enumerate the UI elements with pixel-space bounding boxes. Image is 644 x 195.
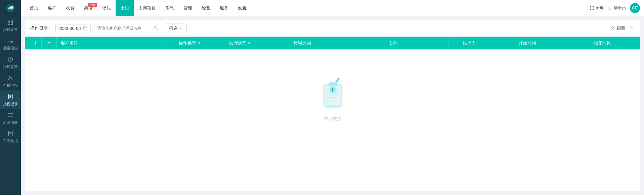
search-wrap xyxy=(94,24,161,33)
col-label: 客户名称 xyxy=(61,40,78,45)
nav-item-settings[interactable]: 设置 xyxy=(233,0,251,16)
svg-rect-2 xyxy=(11,20,13,22)
th-start-time: 开始时间 xyxy=(490,37,565,49)
nav-right: 全屏 畅会员 CE xyxy=(590,3,640,13)
col-label: 错误原因 xyxy=(294,40,311,45)
content-panel: 操作日期： 2023-06-06 筛选 xyxy=(25,20,640,191)
col-label: 税种 xyxy=(390,40,398,45)
new-badge: new xyxy=(88,3,97,8)
svg-point-5 xyxy=(11,41,13,43)
empty-state: ! 暂无数据 xyxy=(25,49,640,150)
sidebar-item-label: 批量报税 xyxy=(3,46,18,50)
data-table: 客户名称 操作类型 ▼ 执行状态 ▼ 错误原因 xyxy=(25,37,640,49)
nav-item-home[interactable]: 首页 xyxy=(25,0,43,16)
sidebar-item-label: 报税记录 xyxy=(3,102,18,106)
nav-label: 记账 xyxy=(102,5,111,11)
nav-label: 管理 xyxy=(183,5,192,11)
nav-label: 收费 xyxy=(66,5,75,11)
main-area: 首页 客户 收费 票据 new 记账 报税 工商项目 消息 xyxy=(21,0,644,195)
nav-items: 首页 客户 收费 票据 new 记账 报税 工商项目 消息 xyxy=(25,0,590,16)
sidebar-item-tax-record[interactable]: 报税记录 xyxy=(0,90,21,109)
th-executor: 执行人 xyxy=(448,37,490,49)
chevron-down-icon xyxy=(179,27,182,30)
svg-rect-10 xyxy=(608,7,612,9)
refresh-icon xyxy=(610,26,615,31)
tax-settings-icon xyxy=(7,19,14,27)
personal-tax-icon xyxy=(7,75,14,82)
nav-label: 报税 xyxy=(120,5,129,11)
th-exec-status: 执行状态 ▼ xyxy=(215,37,265,49)
fullscreen-btn[interactable]: 全屏 xyxy=(590,5,604,11)
svg-rect-3 xyxy=(8,23,10,25)
nav-label: 首页 xyxy=(30,5,38,11)
sidebar-item-batch-tax[interactable]: 批量报税 xyxy=(0,35,21,53)
batch-tax-icon xyxy=(7,37,14,45)
filter-bar: 操作日期： 2023-06-06 筛选 xyxy=(25,20,640,37)
nav-item-tax[interactable]: 报税 xyxy=(116,0,134,16)
member-btn[interactable]: 畅会员 xyxy=(608,5,626,11)
calendar-icon xyxy=(83,26,88,31)
filter-icon[interactable]: ▼ xyxy=(248,41,251,45)
avatar-text: CE xyxy=(632,5,638,10)
nav-label: 设置 xyxy=(238,5,247,11)
close-icon xyxy=(629,25,635,30)
sidebar-item-label: 报税设置 xyxy=(3,28,18,32)
empty-illustration: ! xyxy=(316,78,349,112)
filter-button[interactable]: 筛选 xyxy=(165,24,187,33)
refresh-label: 刷新 xyxy=(616,25,625,31)
nav-item-account[interactable]: 记账 xyxy=(97,0,116,16)
member-icon xyxy=(608,6,612,10)
col-label: 执行状态 xyxy=(229,40,246,45)
close-button[interactable] xyxy=(629,25,635,32)
nav-item-management[interactable]: 管理 xyxy=(179,0,197,16)
sidebar-item-personal-tax[interactable]: 个税申报 xyxy=(0,72,21,90)
nav-item-service[interactable]: 服务 xyxy=(215,0,233,16)
sidebar-item-label: 汇算清缴 xyxy=(3,120,18,125)
nav-label: 服务 xyxy=(220,5,228,11)
tax-record-icon xyxy=(7,93,14,101)
svg-rect-1 xyxy=(8,20,10,22)
settlement-icon xyxy=(7,112,14,119)
th-end-time: 结束时间 xyxy=(565,37,640,49)
annual-report-icon xyxy=(7,130,14,138)
col-label: 执行人 xyxy=(463,40,476,45)
svg-point-24 xyxy=(325,106,340,109)
th-tax-type: 税种 xyxy=(340,37,448,49)
fullscreen-label: 全屏 xyxy=(596,5,604,11)
member-label: 畅会员 xyxy=(614,5,626,11)
svg-point-12 xyxy=(154,26,157,29)
sidebar-item-settlement[interactable]: 汇算清缴 xyxy=(0,109,21,127)
nav-item-operation[interactable]: 经营 xyxy=(197,0,215,16)
th-customer-name: 客户名称 xyxy=(56,37,165,49)
sidebar-item-tax-overview[interactable]: 报税总览 xyxy=(0,53,21,72)
sidebar-item-label: 报税总览 xyxy=(3,65,18,69)
gear-icon[interactable] xyxy=(47,40,51,45)
search-button[interactable] xyxy=(151,24,161,33)
right-actions: 刷新 xyxy=(610,25,635,32)
tax-overview-icon xyxy=(7,56,14,64)
sidebar-item-label: 工商年报 xyxy=(3,139,18,143)
date-label: 操作日期： xyxy=(30,25,52,31)
nav-item-message[interactable]: 消息 xyxy=(161,0,179,16)
svg-point-13 xyxy=(48,42,50,43)
select-all-checkbox[interactable] xyxy=(31,41,36,45)
sidebar-item-tax-settings[interactable]: 报税设置 xyxy=(0,16,21,35)
col-label: 开始时间 xyxy=(519,40,536,45)
sidebar-item-annual-report[interactable]: 工商年报 xyxy=(0,127,21,146)
filter-icon[interactable]: ▼ xyxy=(198,41,201,45)
th-error-reason: 错误原因 xyxy=(265,37,340,49)
search-input[interactable] xyxy=(94,25,151,32)
nav-item-customer[interactable]: 客户 xyxy=(43,0,61,16)
user-avatar[interactable]: CE xyxy=(630,3,640,13)
nav-item-billing[interactable]: 收费 xyxy=(61,0,79,16)
refresh-button[interactable]: 刷新 xyxy=(610,25,625,31)
date-picker[interactable]: 2023-06-06 xyxy=(55,25,91,32)
nav-item-industry[interactable]: 工商项目 xyxy=(134,0,161,16)
svg-rect-21 xyxy=(335,78,340,83)
svg-point-7 xyxy=(10,76,11,78)
empty-text: 暂无数据 xyxy=(324,116,341,122)
svg-rect-11 xyxy=(83,27,87,30)
nav-item-invoice[interactable]: 票据 new xyxy=(79,0,97,16)
nav-label: 经营 xyxy=(202,5,210,11)
col-label: 操作类型 xyxy=(179,40,196,45)
